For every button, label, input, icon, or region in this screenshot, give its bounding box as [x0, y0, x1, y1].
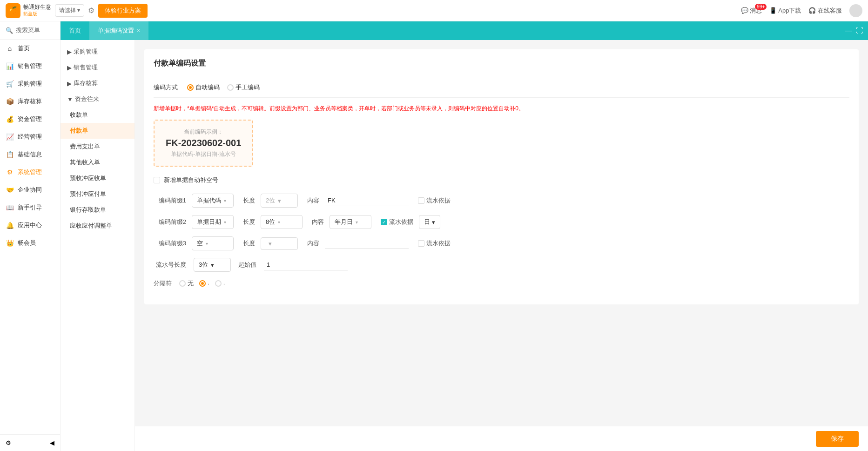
search-icon: 🔍: [6, 27, 13, 34]
prefix2-select[interactable]: 单据日期 ▾: [192, 215, 234, 229]
length1-select[interactable]: 2位 ▾: [261, 194, 298, 208]
sidebar-footer: ⚙ ◀: [0, 434, 60, 451]
sep-dash-option[interactable]: ·: [199, 280, 209, 287]
sidebar-search[interactable]: 🔍 搜索菜单: [0, 21, 60, 40]
auto-code-radio-circle: [187, 84, 194, 91]
maximize-icon[interactable]: ⛶: [856, 27, 863, 35]
serial3-check[interactable]: 流水依据: [418, 239, 451, 248]
sidebar-item-inventory[interactable]: 📦 库存核算: [0, 93, 60, 110]
prefix2-arrow: ▾: [224, 220, 226, 225]
sep-label: 分隔符: [154, 279, 172, 288]
home-icon: ⌂: [6, 44, 14, 53]
main-layout: 🔍 搜索菜单 ⌂ 首页 📊 销售管理 🛒 采购管理 📦 库存核算 💰 资: [0, 21, 868, 451]
header-left: 🍊 畅通好生意 拓盈版 请选择 ▾ ⚙ 体验行业方案: [6, 3, 148, 18]
app-download[interactable]: 📱 App下载: [769, 7, 801, 15]
sub-item-bank[interactable]: 银行存取款单: [61, 202, 135, 218]
serial3-checkbox[interactable]: [418, 240, 424, 247]
sidebar-item-home[interactable]: ⌂ 首页: [0, 40, 60, 57]
tab-bar: 首页 单据编码设置 × — ⛶: [61, 21, 868, 40]
sep-options: 无 · ·: [179, 279, 225, 288]
sub-group-purchase-title[interactable]: ▶ 采购管理: [61, 44, 135, 60]
prefix1-select[interactable]: 单据代码 ▾: [192, 194, 234, 208]
tab-home[interactable]: 首页: [61, 21, 89, 40]
prefix1-arrow: ▾: [224, 198, 226, 203]
tab-code-setting[interactable]: 单据编码设置 ×: [89, 21, 148, 40]
sub-item-payment[interactable]: 付款单: [61, 123, 135, 139]
start-value-input[interactable]: [264, 259, 348, 270]
sub-item-expense[interactable]: 费用支出单: [61, 139, 135, 155]
day-select[interactable]: 日 ▾: [419, 215, 440, 229]
sub-item-pre-receivable[interactable]: 预收冲应收单: [61, 170, 135, 186]
content-area: ▶ 采购管理 ▶ 销售管理 ▶ 库存核算: [61, 40, 868, 451]
guide-icon: 📖: [6, 203, 14, 212]
sidebar-item-purchase[interactable]: 🛒 采购管理: [0, 75, 60, 93]
sub-group-arrow-purchase: ▶: [67, 48, 72, 55]
sidebar-item-system[interactable]: ⚙ 系统管理: [0, 163, 60, 181]
message-area[interactable]: 💬 消息 99+: [741, 7, 762, 15]
auto-code-radio[interactable]: 自动编码: [187, 83, 220, 92]
settings-footer-icon[interactable]: ⚙: [6, 439, 11, 446]
prefix1-label: 编码前缀1: [154, 196, 186, 205]
example-box: 当前编码示例： FK-20230602-001 单据代码-单据日期-流水号: [154, 120, 253, 167]
sub-item-pre-payable[interactable]: 预付冲应付单: [61, 186, 135, 202]
sidebar-item-finance[interactable]: 💰 资金管理: [0, 110, 60, 128]
message-badge: 99+: [755, 4, 767, 10]
company-dropdown[interactable]: 请选择 ▾: [55, 4, 84, 17]
tab-close-icon[interactable]: ×: [137, 27, 140, 34]
save-button[interactable]: 保存: [816, 431, 859, 447]
content2-select[interactable]: 年月日 ▾: [330, 215, 371, 229]
manual-code-radio[interactable]: 手工编码: [227, 83, 260, 92]
sub-group-arrow-sales: ▶: [67, 64, 72, 71]
length2-select[interactable]: 8位 ▾: [261, 215, 303, 229]
sn-length-label: 流水号长度: [154, 261, 186, 269]
sep-dot-option[interactable]: ·: [215, 280, 225, 287]
sidebar-item-sales[interactable]: 📊 销售管理: [0, 57, 60, 75]
content1-input[interactable]: [325, 195, 409, 206]
prefix2-label: 编码前缀2: [154, 218, 186, 226]
basic-info-icon: 📋: [6, 150, 14, 159]
content3-input[interactable]: [325, 238, 409, 249]
settings-icon[interactable]: ⚙: [88, 6, 94, 15]
auto-fill-checkbox[interactable]: [154, 177, 160, 183]
sidebar-item-apps[interactable]: 🔔 应用中心: [0, 216, 60, 234]
sidebar-item-operations[interactable]: 📈 经营管理: [0, 128, 60, 146]
length3-select[interactable]: ▾: [261, 237, 298, 250]
online-service[interactable]: 🎧 在线客服: [808, 7, 842, 15]
serial1-check[interactable]: 流水依据: [418, 196, 451, 205]
sn-length-select[interactable]: 3位 ▾: [194, 258, 231, 272]
trial-button[interactable]: 体验行业方案: [98, 4, 148, 18]
enterprise-icon: 🤝: [6, 186, 14, 194]
page-title: 付款单编码设置: [154, 59, 849, 68]
user-avatar[interactable]: [849, 4, 862, 17]
sub-item-adjustment[interactable]: 应收应付调整单: [61, 218, 135, 234]
serial2-check[interactable]: ✓ 流水依据: [381, 218, 413, 226]
sales-icon: 📊: [6, 62, 14, 70]
sub-group-inventory-title[interactable]: ▶ 库存核算: [61, 75, 135, 91]
sub-item-other-income[interactable]: 其他收入单: [61, 155, 135, 170]
prefix3-select[interactable]: 空 ▾: [192, 236, 234, 250]
length2-arrow: ▾: [278, 220, 280, 225]
top-header: 🍊 畅通好生意 拓盈版 请选择 ▾ ⚙ 体验行业方案 💬 消息 99+ 📱 Ap…: [0, 0, 868, 21]
inventory-icon: 📦: [6, 97, 14, 106]
sidebar-item-member[interactable]: 👑 畅会员: [0, 234, 60, 252]
sub-group-sales-title[interactable]: ▶ 销售管理: [61, 60, 135, 75]
sub-group-capital-title[interactable]: ▼ 资金往来: [61, 91, 135, 107]
system-icon: ⚙: [6, 168, 14, 176]
minimize-icon[interactable]: —: [845, 27, 852, 35]
sep-row: 分隔符 无 ·: [154, 279, 849, 288]
logo-text: 畅通好生意 拓盈版: [23, 4, 51, 18]
length3-arrow: ▾: [269, 240, 272, 247]
sidebar-item-enterprise[interactable]: 🤝 企业协同: [0, 181, 60, 199]
message-icon: 💬: [741, 7, 748, 14]
sep-none-option[interactable]: 无: [179, 279, 194, 288]
collapse-icon[interactable]: ◀: [50, 439, 54, 446]
serial2-checkbox[interactable]: ✓: [381, 219, 387, 225]
sidebar-item-basic-info[interactable]: 📋 基础信息: [0, 146, 60, 163]
length2-label: 长度: [243, 218, 255, 226]
sub-item-receipt[interactable]: 收款单: [61, 107, 135, 123]
serial1-checkbox[interactable]: [418, 197, 424, 204]
length1-arrow: ▾: [278, 197, 281, 204]
content3-label: 内容: [307, 239, 319, 248]
sidebar-item-guide[interactable]: 📖 新手引导: [0, 199, 60, 216]
main-content: 付款单编码设置 编码方式 自动编码 手: [135, 40, 868, 426]
